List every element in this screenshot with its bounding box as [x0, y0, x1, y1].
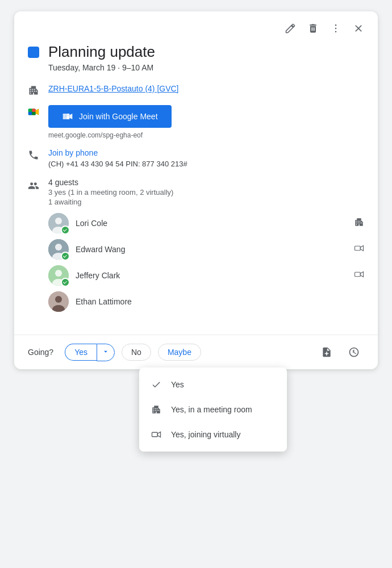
guest-name-edward: Edward Wang: [76, 245, 347, 254]
snooze-icon: [348, 346, 360, 358]
phone-icon: [28, 149, 39, 161]
card-footer: Going? Yes No Maybe: [14, 335, 378, 369]
dropdown-item-virtual[interactable]: Yes, joining virtually: [139, 422, 287, 447]
svg-rect-6: [32, 109, 35, 112]
guests-subtitle-line1: 3 yes (1 in a meeting room, 2 virtually): [48, 188, 364, 197]
rsvp-check-edward: [61, 252, 70, 261]
building-icon: [28, 85, 39, 96]
svg-rect-11: [63, 116, 66, 119]
avatar-wrapper: [48, 239, 69, 260]
meeting-room-dropdown-icon: [151, 404, 162, 415]
rsvp-check-lori: [61, 225, 70, 235]
rsvp-yes-dropdown-button[interactable]: [97, 344, 115, 361]
video-icon-edward: [354, 243, 364, 256]
add-note-button[interactable]: [316, 342, 337, 362]
meet-button-icon: [62, 111, 73, 122]
avatar-image-ethan: [48, 291, 69, 312]
meet-content: Join with Google Meet meet.google.com/sp…: [48, 105, 364, 139]
event-color-dot: [28, 47, 39, 58]
join-phone-link[interactable]: Join by phone: [48, 148, 364, 157]
guest-list: Lori Cole: [48, 213, 364, 312]
avatar-wrapper: [48, 265, 69, 286]
meet-url: meet.google.com/spg-egha-eof: [48, 131, 364, 139]
svg-rect-7: [28, 112, 32, 115]
svg-rect-12: [66, 116, 70, 119]
edit-button[interactable]: [280, 18, 301, 39]
avatar-wrapper: [48, 213, 69, 233]
event-card: Planning update Tuesday, March 19 · 9–10…: [14, 11, 378, 369]
svg-point-21: [55, 270, 62, 277]
svg-rect-23: [355, 272, 361, 277]
phone-section: Join by phone (CH) +41 43 430 94 54 PIN:…: [28, 148, 364, 169]
location-content: ZRH-EURA1-5-B-Postauto (4) [GVC]: [48, 83, 364, 94]
guest-name-lori: Lori Cole: [76, 219, 347, 228]
rsvp-yes-button[interactable]: Yes: [65, 344, 97, 361]
guests-subtitle-line2: 1 awaiting: [48, 198, 364, 206]
phone-details: (CH) +41 43 430 94 54 PIN: 877 340 213#: [48, 160, 187, 168]
rsvp-maybe-button[interactable]: Maybe: [158, 344, 201, 361]
dropdown-label-meeting-room: Yes, in a meeting room: [171, 405, 252, 414]
join-meet-button[interactable]: Join with Google Meet: [48, 105, 172, 128]
svg-rect-5: [28, 109, 32, 112]
svg-rect-10: [66, 114, 70, 116]
rsvp-yes-group: Yes: [65, 344, 115, 361]
guest-row: Edward Wang: [48, 239, 364, 260]
checkmark-icon: [151, 379, 162, 390]
guests-title: 4 guests: [48, 178, 364, 187]
meet-section: Join with Google Meet meet.google.com/sp…: [28, 105, 364, 139]
note-add-icon: [321, 346, 332, 358]
card-body: Planning update Tuesday, March 19 · 9–10…: [14, 39, 378, 335]
location-section: ZRH-EURA1-5-B-Postauto (4) [GVC]: [28, 83, 364, 96]
svg-rect-27: [152, 432, 158, 437]
event-title-row: Planning update: [28, 43, 364, 61]
svg-rect-8: [32, 112, 35, 115]
avatar: [48, 291, 69, 312]
delete-button[interactable]: [303, 18, 323, 39]
meeting-room-icon-lori: [354, 217, 364, 229]
phone-content: Join by phone (CH) +41 43 430 94 54 PIN:…: [48, 148, 364, 169]
guests-content: 4 guests 3 yes (1 in a meeting room, 2 v…: [48, 178, 364, 312]
svg-rect-9: [63, 114, 66, 116]
delete-icon: [307, 23, 319, 34]
guests-icon: [28, 180, 39, 191]
svg-point-0: [335, 24, 337, 26]
more-vert-icon: [330, 23, 341, 34]
snooze-button[interactable]: [344, 342, 364, 362]
video-icon-jeffery: [354, 269, 364, 282]
close-button[interactable]: [348, 18, 369, 39]
event-title: Planning update: [48, 43, 155, 61]
svg-point-17: [55, 244, 62, 250]
dropdown-label-virtual: Yes, joining virtually: [171, 430, 240, 439]
location-link[interactable]: ZRH-EURA1-5-B-Postauto (4) [GVC]: [48, 84, 179, 93]
guest-row: Jeffery Clark: [48, 265, 364, 286]
chevron-down-icon: [102, 348, 110, 356]
going-label: Going?: [28, 348, 53, 357]
guest-row: Ethan Lattimore: [48, 291, 364, 312]
card-header: [14, 11, 378, 39]
guest-row: Lori Cole: [48, 213, 364, 233]
svg-point-25: [55, 296, 62, 303]
event-datetime: Tuesday, March 19 · 9–10 AM: [48, 63, 364, 72]
dropdown-label-yes: Yes: [171, 380, 184, 389]
edit-icon: [285, 23, 296, 34]
rsvp-check-jeffery: [61, 278, 70, 287]
close-icon: [353, 23, 364, 34]
more-options-button[interactable]: [326, 18, 346, 39]
svg-point-1: [335, 28, 337, 30]
guest-name-jeffery: Jeffery Clark: [76, 271, 347, 280]
rsvp-no-button[interactable]: No: [122, 344, 151, 361]
guests-section: 4 guests 3 yes (1 in a meeting room, 2 v…: [28, 178, 364, 312]
guest-name-ethan: Ethan Lattimore: [76, 297, 364, 306]
meet-logo-icon: [28, 106, 39, 118]
svg-rect-19: [355, 246, 361, 250]
dropdown-item-meeting-room[interactable]: Yes, in a meeting room: [139, 397, 287, 422]
rsvp-dropdown-menu: Yes Yes, in a meeting room Yes, joining …: [139, 367, 287, 452]
dropdown-item-yes[interactable]: Yes: [139, 372, 287, 397]
svg-point-2: [335, 31, 337, 33]
svg-point-14: [55, 218, 62, 224]
avatar-wrapper: [48, 291, 69, 312]
video-dropdown-icon: [151, 429, 162, 440]
